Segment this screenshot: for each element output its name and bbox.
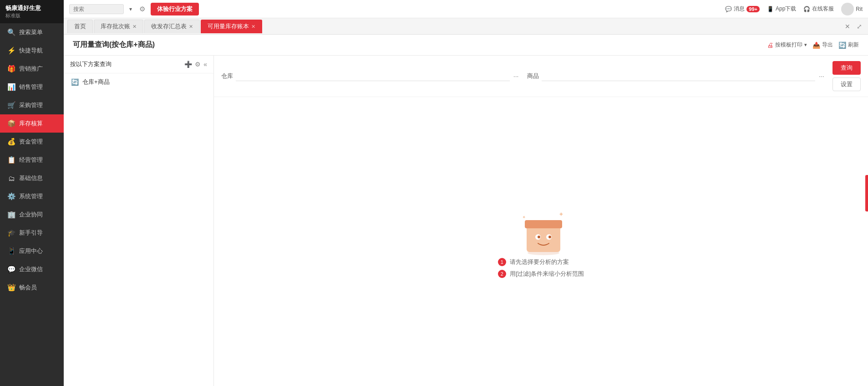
- page-title: 可用量查询(按仓库+商品): [73, 40, 155, 50]
- search-input[interactable]: [69, 4, 124, 14]
- collapse-panel-button[interactable]: «: [203, 61, 207, 68]
- tab-available-ledger[interactable]: 可用量库存账本 ✕: [201, 20, 262, 33]
- right-panel: 仓库 ··· 商品 ··· 查询 设置: [214, 56, 868, 386]
- topbar-right-area: 💬 消息 99+ 📱 App下载 🎧 在线客服 Rit: [725, 3, 863, 15]
- tip-text-2: 用[过滤]条件来缩小分析范围: [510, 270, 584, 278]
- tab-home-label: 首页: [74, 22, 86, 31]
- tab-batch-ledger-label: 库存批次账: [101, 22, 130, 31]
- export-button[interactable]: 📤 导出: [812, 41, 833, 49]
- export-label: 导出: [822, 41, 833, 49]
- sidebar-item-apps[interactable]: 📱 应用中心: [0, 242, 64, 260]
- user-name: Rit: [856, 6, 863, 12]
- trial-industry-button[interactable]: 体验行业方案: [151, 3, 199, 15]
- sidebar-item-label: 新手引导: [19, 229, 43, 237]
- app-name: 畅康通好生意: [5, 5, 58, 12]
- sidebar-item-label: 畅会员: [19, 283, 37, 292]
- user-avatar-area[interactable]: Rit: [841, 3, 863, 15]
- sidebar-item-inventory[interactable]: 📦 库存核算: [0, 114, 64, 133]
- tip-number-2: 2: [498, 270, 506, 278]
- column-settings-button[interactable]: 设置: [832, 77, 861, 91]
- warehouse-filter-label: 仓库: [221, 72, 233, 80]
- app-download-label: App下载: [776, 5, 796, 13]
- sidebar-item-label: 基础信息: [19, 174, 43, 182]
- filter-action-buttons: 查询 设置: [832, 61, 861, 91]
- message-icon: 💬: [725, 6, 732, 12]
- sidebar-item-label: 系统管理: [19, 192, 43, 201]
- empty-illustration-svg: ✦ ✦: [518, 205, 569, 255]
- scheme-header-label: 按以下方案查询: [70, 60, 112, 68]
- svg-rect-1: [527, 226, 560, 252]
- topbar-search-area: [69, 4, 124, 14]
- sidebar-menu: 🔍 搜索菜单 ⚡ 快捷导航 🎁 营销推广 📊 销售管理 🛒 采购管理 📦 库存核…: [0, 23, 64, 386]
- gear-icon: ⚙️: [7, 192, 15, 201]
- warehouse-filter-input[interactable]: [236, 71, 510, 81]
- tab-close-button[interactable]: ✕: [843, 22, 853, 31]
- print-template-button[interactable]: 🖨 按模板打印 ▾: [767, 41, 807, 49]
- tab-available-ledger-label: 可用量库存账本: [208, 22, 249, 31]
- sidebar-item-sales[interactable]: 📊 销售管理: [0, 78, 64, 96]
- empty-illustration: ✦ ✦: [518, 205, 564, 251]
- sidebar-item-finance[interactable]: 💰 资金管理: [0, 133, 64, 151]
- tab-home[interactable]: 首页: [67, 20, 93, 33]
- sidebar-item-label: 销售管理: [19, 83, 43, 91]
- tabs-window-controls: ✕ ⤢: [843, 22, 864, 31]
- money-icon: 💰: [7, 138, 15, 146]
- goods-filter-label: 商品: [527, 72, 539, 80]
- mobile-icon: 📱: [7, 247, 15, 255]
- sidebar-item-label: 采购管理: [19, 101, 43, 109]
- tab-expand-button[interactable]: ⤢: [854, 22, 864, 31]
- sidebar-item-shortcuts[interactable]: ⚡ 快捷导航: [0, 41, 64, 60]
- sidebar-item-guide[interactable]: 🎓 新手引导: [0, 224, 64, 242]
- sidebar-item-marketing[interactable]: 🎁 营销推广: [0, 60, 64, 78]
- chat-icon: 💬: [7, 265, 15, 273]
- sidebar-item-system[interactable]: ⚙️ 系统管理: [0, 187, 64, 206]
- gift-icon: 🎁: [7, 65, 15, 73]
- content-area: 按以下方案查询 ➕ ⚙ « 🔄 仓库+商品 仓库 ···: [64, 56, 868, 386]
- topbar: ▾ ⚙ 体验行业方案 💬 消息 99+ 📱 App下载 🎧 在线客服 Rit: [64, 0, 868, 18]
- tab-batch-ledger-close[interactable]: ✕: [132, 24, 137, 30]
- tab-available-ledger-close[interactable]: ✕: [251, 24, 255, 30]
- refresh-label: 刷新: [848, 41, 859, 49]
- sidebar-item-operations[interactable]: 📋 经营管理: [0, 151, 64, 169]
- sidebar-item-enterprise[interactable]: 🏢 企业协同: [0, 206, 64, 224]
- empty-tip-2: 2 用[过滤]条件来缩小分析范围: [498, 270, 584, 278]
- message-badge: 99+: [746, 6, 760, 12]
- search-icon: 🔍: [7, 28, 15, 36]
- add-scheme-button[interactable]: ➕: [184, 61, 192, 68]
- app-download-button[interactable]: 📱 App下载: [767, 5, 796, 13]
- left-panel-header-actions: ➕ ⚙ «: [184, 61, 207, 68]
- export-icon: 📤: [812, 41, 820, 49]
- tab-receipts-summary[interactable]: 收发存汇总表 ✕: [144, 20, 200, 33]
- svg-point-5: [538, 236, 540, 238]
- query-button[interactable]: 查询: [832, 61, 861, 75]
- warehouse-filter-more[interactable]: ···: [513, 72, 520, 81]
- search-dropdown-button[interactable]: ▾: [127, 5, 134, 13]
- print-label: 按模板打印: [775, 41, 802, 49]
- refresh-button[interactable]: 🔄 刷新: [838, 41, 859, 49]
- settings-scheme-button[interactable]: ⚙: [195, 61, 201, 68]
- sidebar-item-wechat[interactable]: 💬 企业微信: [0, 260, 64, 278]
- message-button[interactable]: 💬 消息 99+: [725, 5, 760, 13]
- online-service-button[interactable]: 🎧 在线客服: [803, 5, 834, 13]
- sidebar-item-member[interactable]: 👑 畅会员: [0, 278, 64, 297]
- goods-filter-more[interactable]: ···: [818, 72, 825, 81]
- page-header: 可用量查询(按仓库+商品) 🖨 按模板打印 ▾ 📤 导出 🔄 刷新: [64, 35, 868, 56]
- settings-icon[interactable]: ⚙: [137, 3, 147, 15]
- empty-tips: 1 请先选择要分析的方案 2 用[过滤]条件来缩小分析范围: [498, 258, 584, 278]
- message-label: 消息: [734, 5, 745, 13]
- tip-text-1: 请先选择要分析的方案: [510, 258, 569, 266]
- sidebar-item-basic[interactable]: 🗂 基础信息: [0, 169, 64, 187]
- tab-batch-ledger[interactable]: 库存批次账 ✕: [94, 20, 143, 33]
- tab-receipts-summary-close[interactable]: ✕: [189, 24, 193, 30]
- goods-filter-input[interactable]: [542, 71, 816, 81]
- main-content: ▾ ⚙ 体验行业方案 💬 消息 99+ 📱 App下载 🎧 在线客服 Rit: [64, 0, 868, 386]
- tabs-bar: 首页 库存批次账 ✕ 收发存汇总表 ✕ 可用量库存账本 ✕ ✕ ⤢: [64, 18, 868, 35]
- sidebar-item-purchase[interactable]: 🛒 采购管理: [0, 96, 64, 114]
- graduate-icon: 🎓: [7, 229, 15, 237]
- scheme-item-warehouse-goods[interactable]: 🔄 仓库+商品: [64, 73, 213, 91]
- building-icon: 🏢: [7, 211, 15, 219]
- filter-row: 仓库 ··· 商品 ··· 查询 设置: [214, 56, 868, 97]
- sidebar-item-search[interactable]: 🔍 搜索菜单: [0, 23, 64, 41]
- empty-tip-1: 1 请先选择要分析的方案: [498, 258, 584, 266]
- warehouse-filter-group: 仓库 ···: [221, 71, 520, 81]
